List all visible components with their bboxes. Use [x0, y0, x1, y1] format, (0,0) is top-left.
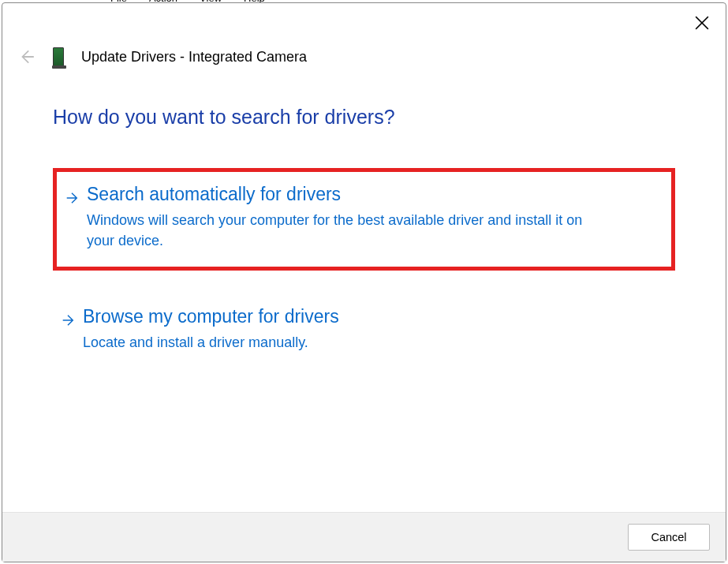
cancel-button[interactable]: Cancel — [628, 524, 710, 551]
option-title: Search automatically for drivers — [87, 183, 663, 207]
dialog-footer: Cancel — [2, 512, 726, 562]
question-heading: How do you want to search for drivers? — [53, 106, 675, 129]
option-browse-computer[interactable]: Browse my computer for drivers Locate an… — [53, 294, 675, 368]
option-description: Windows will search your computer for th… — [87, 210, 592, 251]
dialog-title: Update Drivers - Integrated Camera — [81, 49, 307, 65]
arrow-right-icon — [65, 191, 79, 205]
option-search-automatically[interactable]: Search automatically for drivers Windows… — [53, 168, 675, 271]
close-button[interactable] — [690, 11, 714, 35]
arrow-right-icon — [61, 313, 75, 327]
update-drivers-dialog: Update Drivers - Integrated Camera How d… — [2, 2, 726, 562]
close-icon — [695, 16, 709, 30]
option-description: Locate and install a driver manually. — [83, 332, 588, 353]
dialog-content: How do you want to search for drivers? S… — [2, 66, 726, 512]
option-title: Browse my computer for drivers — [83, 305, 667, 329]
arrow-left-icon — [18, 48, 35, 65]
dialog-header: Update Drivers - Integrated Camera — [2, 3, 726, 66]
camera-device-icon — [53, 47, 64, 66]
back-button[interactable] — [18, 48, 35, 65]
